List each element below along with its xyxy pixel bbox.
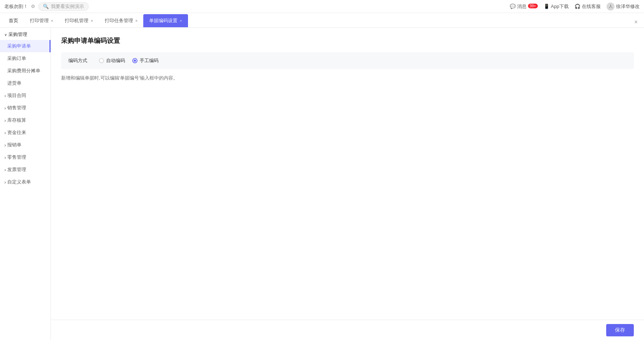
encoding-radio-group: 自动编码 手工编码 bbox=[99, 57, 159, 64]
radio-auto-text: 自动编码 bbox=[106, 57, 125, 64]
search-bar[interactable]: 🔍 我要看实例演示 bbox=[38, 2, 89, 11]
app-download-label: App下载 bbox=[551, 3, 569, 10]
encoding-label: 编码方式 bbox=[68, 57, 90, 64]
chevron-right-icon bbox=[4, 118, 6, 123]
sidebar-item-purchase-order-label: 采购订单 bbox=[7, 55, 26, 62]
tab-serial-config[interactable]: 单据编码设置 × bbox=[143, 14, 188, 27]
tab-print-task-mgmt[interactable]: 打印任务管理 × bbox=[99, 14, 143, 27]
sidebar-group-project-contract-label: 项目合同 bbox=[7, 92, 26, 99]
sidebar-group-project-contract[interactable]: 项目合同 bbox=[0, 89, 51, 102]
radio-manual-text: 手工编码 bbox=[140, 57, 159, 64]
tab-serial-config-close[interactable]: × bbox=[180, 19, 182, 23]
content-footer: 保存 bbox=[51, 320, 644, 340]
top-bar-left: 老板勿割！ ⚙ 🔍 我要看实例演示 bbox=[4, 2, 89, 11]
app-icon: 📱 bbox=[544, 4, 549, 9]
chevron-down-icon: ∨ bbox=[4, 33, 7, 37]
app-download-button[interactable]: 📱 App下载 bbox=[544, 3, 569, 10]
chevron-right-icon bbox=[4, 142, 6, 148]
settings-icon[interactable]: ⚙ bbox=[31, 4, 35, 9]
tab-print-task-mgmt-label: 打印任务管理 bbox=[105, 17, 133, 24]
search-text[interactable]: 我要看实例演示 bbox=[51, 3, 84, 10]
encoding-section: 编码方式 自动编码 手工编码 bbox=[61, 52, 634, 69]
sidebar-group-invoice-mgmt[interactable]: 发票管理 bbox=[0, 163, 51, 176]
sidebar-group-return-label: 报销单 bbox=[7, 142, 21, 148]
tab-printer-mgmt-close[interactable]: × bbox=[91, 19, 93, 23]
chevron-right-icon bbox=[4, 93, 6, 98]
sidebar-group-sales-mgmt-label: 销售管理 bbox=[7, 105, 26, 111]
chevron-right-icon bbox=[4, 105, 6, 111]
message-badge: 99+ bbox=[528, 4, 538, 8]
sidebar-group-custom-form-label: 自定义表单 bbox=[7, 179, 31, 185]
content-inner: 采购申请单编码设置 编码方式 自动编码 手工编码 新增和编辑单据时,可以编辑'单… bbox=[51, 28, 644, 320]
panel-close-button[interactable]: × bbox=[631, 17, 641, 27]
sidebar-group-custom-form[interactable]: 自定义表单 bbox=[0, 176, 51, 188]
sidebar-group-finance[interactable]: 资金往来 bbox=[0, 126, 51, 139]
tab-print-mgmt[interactable]: 打印管理 × bbox=[24, 14, 59, 27]
top-bar-right: 💬 消息 99+ 📱 App下载 🎧 在线客服 人 徐泽华修改 bbox=[510, 3, 640, 11]
message-button[interactable]: 💬 消息 99+ bbox=[510, 3, 538, 10]
online-service-label: 在线客服 bbox=[582, 3, 601, 10]
encoding-description: 新增和编辑单据时,可以编辑'单据编号'输入框中的内容。 bbox=[61, 75, 634, 81]
sidebar-item-purchase-requisition-label: 采购申请单 bbox=[7, 43, 31, 49]
user-name: 徐泽华修改 bbox=[616, 3, 640, 10]
chevron-right-icon bbox=[4, 179, 6, 185]
sidebar-group-finance-label: 资金往来 bbox=[7, 129, 26, 136]
top-bar-logo-text: 老板勿割！ bbox=[4, 3, 28, 10]
user-menu[interactable]: 人 徐泽华修改 bbox=[607, 3, 640, 11]
sidebar-item-purchase-requisition[interactable]: 采购申请单 bbox=[0, 40, 51, 52]
chevron-right-icon bbox=[4, 167, 6, 173]
sidebar-group-retail-mgmt[interactable]: 零售管理 bbox=[0, 151, 51, 163]
sidebar-item-purchase-expense[interactable]: 采购费用分摊单 bbox=[0, 65, 51, 77]
sidebar-item-purchase-expense-label: 采购费用分摊单 bbox=[7, 68, 40, 74]
headset-icon: 🎧 bbox=[575, 4, 580, 9]
message-icon: 💬 bbox=[510, 4, 516, 9]
tab-print-mgmt-close[interactable]: × bbox=[51, 19, 53, 23]
tab-printer-mgmt[interactable]: 打印机管理 × bbox=[59, 14, 99, 27]
online-service-button[interactable]: 🎧 在线客服 bbox=[575, 3, 601, 10]
top-bar: 老板勿割！ ⚙ 🔍 我要看实例演示 💬 消息 99+ 📱 App下载 🎧 在线客… bbox=[0, 0, 644, 13]
sidebar-group-retail-mgmt-label: 零售管理 bbox=[7, 154, 26, 161]
save-button[interactable]: 保存 bbox=[606, 324, 634, 336]
radio-manual-label[interactable]: 手工编码 bbox=[132, 57, 159, 64]
sidebar: ∨ 采购管理 采购申请单 采购订单 采购费用分摊单 进货单 项目合同 销售管理 bbox=[0, 28, 51, 340]
sidebar-group-purchase-title[interactable]: ∨ 采购管理 bbox=[0, 28, 51, 40]
chevron-right-icon bbox=[4, 130, 6, 135]
chevron-right-icon bbox=[4, 155, 6, 160]
tab-print-task-mgmt-close[interactable]: × bbox=[135, 19, 137, 23]
sidebar-group-purchase-label: 采购管理 bbox=[8, 31, 27, 38]
tab-home-label: 首页 bbox=[9, 17, 18, 24]
sidebar-item-stock-in-label: 进货单 bbox=[7, 80, 21, 86]
sidebar-group-invoice-mgmt-label: 发票管理 bbox=[7, 166, 26, 173]
sidebar-group-sales-mgmt[interactable]: 销售管理 bbox=[0, 102, 51, 114]
sidebar-item-stock-in[interactable]: 进货单 bbox=[0, 77, 51, 89]
tab-home[interactable]: 首页 bbox=[3, 14, 24, 27]
page-title: 采购申请单编码设置 bbox=[61, 36, 634, 45]
radio-auto-circle[interactable] bbox=[99, 58, 104, 63]
sidebar-group-purchase: ∨ 采购管理 采购申请单 采购订单 采购费用分摊单 进货单 bbox=[0, 28, 51, 89]
tab-serial-config-label: 单据编码设置 bbox=[149, 17, 177, 24]
sidebar-group-inventory-label: 库存核算 bbox=[7, 117, 26, 124]
message-label: 消息 bbox=[517, 3, 527, 10]
sidebar-group-inventory[interactable]: 库存核算 bbox=[0, 114, 51, 126]
radio-manual-circle[interactable] bbox=[132, 58, 137, 63]
sidebar-group-return[interactable]: 报销单 bbox=[0, 139, 51, 151]
tab-bar: 首页 打印管理 × 打印机管理 × 打印任务管理 × 单据编码设置 × × bbox=[0, 13, 644, 28]
radio-auto-label[interactable]: 自动编码 bbox=[99, 57, 125, 64]
search-icon: 🔍 bbox=[43, 4, 49, 9]
avatar: 人 bbox=[607, 3, 615, 11]
main-layout: ∨ 采购管理 采购申请单 采购订单 采购费用分摊单 进货单 项目合同 销售管理 bbox=[0, 28, 644, 340]
content-area: 采购申请单编码设置 编码方式 自动编码 手工编码 新增和编辑单据时,可以编辑'单… bbox=[51, 28, 644, 340]
sidebar-item-purchase-order[interactable]: 采购订单 bbox=[0, 52, 51, 65]
tab-print-mgmt-label: 打印管理 bbox=[30, 17, 49, 24]
tab-printer-mgmt-label: 打印机管理 bbox=[65, 17, 88, 24]
